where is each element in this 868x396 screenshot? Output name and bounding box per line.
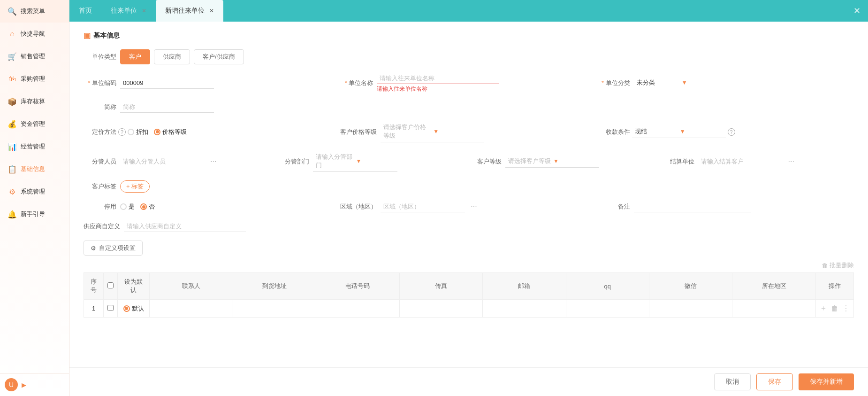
unit-type-customer[interactable]: 客户	[120, 49, 150, 64]
supplier-custom-input[interactable]	[124, 221, 246, 232]
contact-input[interactable]	[153, 305, 228, 312]
radio-stop-yes[interactable]: 是	[120, 202, 135, 211]
cell-default: 默认	[118, 300, 150, 318]
short-name-input[interactable]	[120, 101, 214, 113]
col-default: 设为默认	[118, 273, 150, 300]
phone-input[interactable]	[320, 305, 395, 312]
sidebar-extra-icon: ▶	[22, 381, 26, 388]
pricing-help-icon[interactable]: ?	[118, 128, 126, 136]
region-label: 区域（地区）	[340, 202, 377, 211]
unit-code-input[interactable]	[120, 78, 214, 89]
stop-radio-group: 是 否	[120, 202, 155, 211]
sidebar-item-basic[interactable]: 📋 基础信息	[0, 158, 69, 180]
fax-input[interactable]	[404, 305, 479, 312]
payment-help-icon[interactable]: ?	[728, 128, 735, 136]
region-ellipsis[interactable]: ···	[469, 202, 479, 211]
dept-select[interactable]: 请输入分管部门 ▼	[313, 151, 397, 172]
tab-bar: 首页 往来单位 ✕ 新增往来单位 ✕ ✕	[69, 0, 868, 22]
remark-input[interactable]	[634, 201, 751, 212]
sidebar-item-search[interactable]: 🔍 搜索菜单	[0, 0, 69, 23]
settlement-ellipsis[interactable]: ···	[786, 157, 796, 166]
customer-level-select[interactable]: 请选择客户等级 ▼	[505, 155, 599, 168]
unit-type-group: 客户 供应商 客户/供应商	[120, 49, 244, 64]
chart-icon: 📊	[8, 142, 17, 151]
sidebar-item-system[interactable]: ⚙ 系统管理	[0, 180, 69, 203]
money-icon: 💰	[8, 119, 17, 129]
tab-new-partner-close[interactable]: ✕	[209, 8, 214, 14]
radio-stop-no-dot	[142, 205, 145, 209]
sidebar-item-operation[interactable]: 📊 经营管理	[0, 135, 69, 158]
batch-delete-button[interactable]: 🗑 批量删除	[822, 261, 854, 270]
region-field: 区域（地区） ···	[340, 201, 597, 212]
manager-ellipsis[interactable]: ···	[208, 157, 218, 166]
unit-type-supplier[interactable]: 供应商	[154, 49, 190, 64]
unit-category-field: * 单位分类 未分类 ▼	[597, 77, 854, 89]
email-input[interactable]	[487, 305, 562, 312]
manager-input[interactable]	[120, 156, 205, 167]
col-qq: qq	[566, 273, 649, 300]
tab-new-partner[interactable]: 新增往来单位 ✕	[156, 0, 223, 22]
unit-type-field: 单位类型 客户 供应商 客户/供应商	[84, 49, 854, 64]
cell-wechat[interactable]	[649, 300, 732, 318]
sidebar-item-sales[interactable]: 🛒 销售管理	[0, 45, 69, 68]
sidebar-item-shortcut[interactable]: ⌂ 快捷导航	[0, 23, 69, 45]
address-input[interactable]	[237, 305, 312, 312]
radio-discount[interactable]: 折扣	[128, 128, 148, 136]
radio-stop-no[interactable]: 否	[140, 202, 155, 211]
radio-price-level[interactable]: 价格等级	[154, 128, 187, 136]
payment-terms-field: 收款条件 现结 ▼ ?	[597, 125, 854, 138]
cell-email[interactable]	[483, 300, 566, 318]
drag-handle[interactable]: ⋮	[842, 304, 850, 313]
add-tag-button[interactable]: + 标签	[120, 180, 150, 193]
unit-name-input[interactable]	[377, 73, 499, 84]
select-all-checkbox[interactable]	[107, 282, 114, 288]
col-fax: 传真	[399, 273, 482, 300]
cell-contact[interactable]	[150, 300, 233, 318]
cell-address[interactable]	[233, 300, 316, 318]
pricing-field: 定价方法 ? 折扣 价格等级	[84, 128, 340, 136]
sidebar-item-purchase[interactable]: 🛍 采购管理	[0, 68, 69, 90]
cell-actions: ＋ 🗑 ⋮	[815, 300, 853, 318]
unit-type-both[interactable]: 客户/供应商	[194, 49, 244, 64]
save-button[interactable]: 保存	[756, 373, 793, 390]
cell-phone[interactable]	[316, 300, 399, 318]
settlement-input[interactable]	[698, 156, 783, 167]
table-row: 1 默认	[84, 300, 854, 318]
row-checkbox[interactable]	[107, 305, 114, 311]
sidebar-item-inventory[interactable]: 📦 库存核算	[0, 90, 69, 113]
delete-row-button[interactable]: 🗑	[831, 304, 838, 313]
tag-label: 客户标签	[84, 182, 116, 191]
sidebar-item-finance[interactable]: 💰 资金管理	[0, 113, 69, 135]
wechat-input[interactable]	[653, 305, 728, 312]
qq-input[interactable]	[570, 305, 646, 312]
default-radio[interactable]: 默认	[122, 304, 145, 313]
radio-stop-yes-circle	[120, 203, 127, 210]
region-input[interactable]	[381, 201, 465, 212]
save-new-button[interactable]: 保存并新增	[799, 373, 854, 390]
sidebar-item-guide[interactable]: 🔔 新手引导	[0, 203, 69, 225]
customer-price-select[interactable]: 请选择客户价格等级 ▼	[381, 121, 484, 142]
cell-qq[interactable]	[566, 300, 649, 318]
tab-home[interactable]: 首页	[69, 0, 101, 22]
cell-region[interactable]	[732, 300, 815, 318]
tab-partners[interactable]: 往来单位 ✕	[101, 0, 156, 22]
cell-fax[interactable]	[399, 300, 482, 318]
close-all-tabs[interactable]: ✕	[846, 6, 868, 16]
unit-type-label: 单位类型	[84, 53, 116, 61]
payment-terms-label: 收款条件	[597, 128, 630, 136]
dept-field: 分管部门 请输入分管部门 ▼	[276, 151, 469, 172]
unit-category-select[interactable]: 未分类 ▼	[634, 77, 728, 89]
cell-checkbox	[104, 300, 118, 318]
unit-name-field: * 单位名称 请输入往来单位名称	[340, 73, 597, 93]
row-actions: ＋ 🗑 ⋮	[820, 303, 850, 313]
custom-settings-button[interactable]: ⚙ 自定义项设置	[84, 241, 143, 256]
col-contact: 联系人	[150, 273, 233, 300]
add-row-button[interactable]: ＋	[820, 303, 827, 313]
unit-category-label: * 单位分类	[597, 79, 630, 87]
pricing-label: 定价方法	[84, 128, 116, 136]
region-table-input[interactable]	[736, 305, 811, 312]
customer-level-field: 客户等级 请选择客户等级 ▼	[469, 155, 662, 168]
cancel-button[interactable]: 取消	[714, 373, 751, 390]
tab-partners-close[interactable]: ✕	[142, 8, 146, 14]
payment-terms-select[interactable]: 现结 ▼	[632, 125, 726, 138]
